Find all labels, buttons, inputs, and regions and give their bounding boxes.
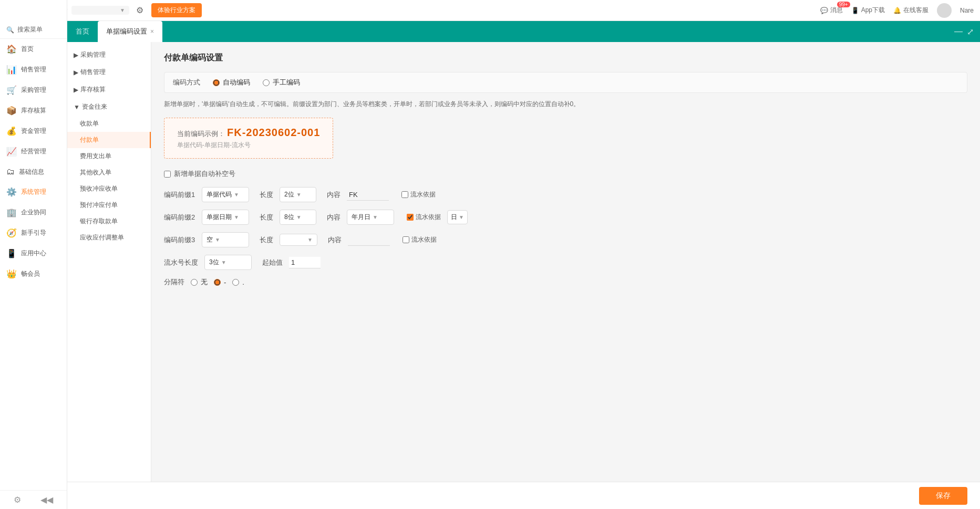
sidebar-item-home[interactable]: 🏠 首页 (0, 39, 67, 59)
stream1-row: 流水依据 (401, 190, 436, 199)
guide-icon: 🧭 (6, 228, 17, 238)
message-icon: 💬 (820, 7, 828, 14)
content3-label: 内容 (328, 235, 342, 245)
sub-group-purchase: ▶ 采购管理 (67, 46, 151, 64)
chevron-down-icon: ▼ (74, 103, 80, 111)
sub-menu-item-other-income[interactable]: 其他收入单 (67, 164, 151, 181)
system-icon: ⚙️ (6, 187, 17, 197)
sep-dot-radio[interactable] (232, 279, 239, 286)
stream1-checkbox[interactable] (401, 191, 408, 198)
gear-button[interactable]: ⚙ (132, 3, 147, 18)
sub-menu-item-advance-payment[interactable]: 预付冲应付单 (67, 197, 151, 213)
tab-close-icon[interactable]: × (150, 28, 154, 35)
message-badge: 99+ (837, 2, 850, 7)
sidebar-item-guide[interactable]: 🧭 新手引导 (0, 223, 67, 243)
sep-none-radio[interactable] (191, 279, 198, 286)
preview-box: 当前编码示例： FK-20230602-001 单据代码-单据日期-流水号 (164, 118, 333, 159)
separator-row: 分隔符 无 - . (164, 277, 967, 287)
auto-fill-checkbox[interactable] (164, 171, 171, 178)
message-button[interactable]: 💬 消息 99+ (820, 6, 843, 15)
search-bar-mini[interactable]: ▼ (71, 6, 129, 15)
length3-select[interactable]: ▼ (280, 234, 317, 246)
description-text: 新增单据时，'单据编码'自动生成，不可编辑。前缀设置为部门、业务员等档案类，开单… (164, 99, 967, 109)
sub-menu-finance-header[interactable]: ▼ 资金往来 (67, 98, 151, 116)
sidebar-footer: ⚙ ◀◀ (0, 490, 67, 509)
user-avatar[interactable] (937, 3, 952, 18)
start-value-input[interactable] (289, 257, 321, 268)
main-content: ▶ 采购管理 ▶ 销售管理 ▶ 库存核算 ▼ 资金往来 收款单 (67, 42, 980, 509)
prefix2-select[interactable]: 单据日期 ▼ (202, 210, 249, 225)
manual-code-option[interactable]: 手工编码 (263, 78, 300, 87)
sep-dash-radio[interactable] (214, 279, 221, 286)
content1-input[interactable] (347, 189, 389, 201)
user-name: Nare (960, 7, 974, 14)
encoding-mode-bar: 编码方式 自动编码 手工编码 (164, 72, 967, 93)
length2-select[interactable]: 8位 ▼ (280, 210, 316, 225)
dropdown-arrow-icon: ▼ (120, 7, 125, 13)
minimize-icon[interactable]: — (954, 27, 963, 36)
enterprise-icon: 🏢 (6, 207, 17, 217)
select2-arrow-icon: ▼ (234, 214, 239, 220)
sidebar-item-apps[interactable]: 📱 应用中心 (0, 243, 67, 264)
sep-none-option[interactable]: 无 (191, 277, 208, 287)
tab-home[interactable]: 首页 (67, 21, 98, 42)
app-download-button[interactable]: 📱 App下载 (851, 6, 885, 15)
sub-menu-item-adjustment[interactable]: 应收应付调整单 (67, 230, 151, 246)
save-button[interactable]: 保存 (919, 487, 967, 505)
sales-icon: 📊 (6, 65, 17, 75)
length1-select[interactable]: 2位 ▼ (280, 187, 316, 202)
sub-menu-purchase-header[interactable]: ▶ 采购管理 (67, 46, 151, 64)
manual-code-radio[interactable] (263, 79, 270, 86)
collapse-icon[interactable]: ◀◀ (40, 495, 53, 505)
prefix3-row: 编码前缀3 空 ▼ 长度 ▼ 内容 流水依据 (164, 232, 967, 247)
sidebar-search[interactable]: 🔍 搜索菜单 (0, 21, 67, 39)
top-bar-right: 💬 消息 99+ 📱 App下载 🔔 在线客服 Nare (820, 3, 974, 18)
auto-code-radio[interactable] (213, 79, 220, 86)
sub-menu-item-receipt[interactable]: 收款单 (67, 116, 151, 132)
maximize-icon[interactable]: ⤢ (967, 27, 974, 37)
prefix3-select[interactable]: 空 ▼ (202, 232, 249, 247)
sub-menu-item-advance-receipt[interactable]: 预收冲应收单 (67, 181, 151, 197)
sidebar-item-member[interactable]: 👑 畅会员 (0, 264, 67, 284)
sidebar-item-system[interactable]: ⚙️ 系统管理 (0, 182, 67, 202)
sidebar-item-purchase[interactable]: 🛒 采购管理 (0, 80, 67, 100)
sep-dash-option[interactable]: - (214, 278, 226, 286)
stream3-checkbox[interactable] (403, 236, 409, 243)
service-icon: 🔔 (893, 7, 901, 14)
sub-menu-item-payment[interactable]: 付款单 (67, 132, 151, 148)
stream2-checkbox[interactable] (407, 214, 414, 221)
prefix2-row: 编码前缀2 单据日期 ▼ 长度 8位 ▼ 内容 年月日 ▼ 流水依据 日 ▼ (164, 210, 967, 225)
content3-input[interactable] (348, 234, 390, 246)
chevron-right-icon3: ▶ (74, 86, 78, 94)
tab-encoding-settings[interactable]: 单据编码设置 × (98, 21, 162, 42)
content2-label: 内容 (327, 213, 341, 222)
sub-menu-sales-header[interactable]: ▶ 销售管理 (67, 64, 151, 81)
content2-select[interactable]: 年月日 ▼ (347, 210, 394, 225)
content1-label: 内容 (327, 190, 341, 200)
online-service-button[interactable]: 🔔 在线客服 (893, 6, 929, 15)
prefix1-select[interactable]: 单据代码 ▼ (202, 187, 249, 202)
chevron-right-icon2: ▶ (74, 69, 78, 76)
sub-group-inventory: ▶ 库存核算 (67, 81, 151, 98)
length2-label: 长度 (260, 213, 273, 222)
sidebar-item-inventory[interactable]: 📦 库存核算 (0, 100, 67, 121)
experience-button[interactable]: 体验行业方案 (151, 3, 202, 17)
length3-label: 长度 (260, 235, 273, 245)
sub-menu-item-expense[interactable]: 费用支出单 (67, 148, 151, 164)
sidebar-item-enterprise[interactable]: 🏢 企业协同 (0, 202, 67, 223)
sub-menu-inventory-header[interactable]: ▶ 库存核算 (67, 81, 151, 98)
search-icon: 🔍 (6, 26, 14, 34)
stream-length-select[interactable]: 3位 ▼ (204, 255, 252, 270)
sub-menu-item-bank-deposit[interactable]: 银行存取款单 (67, 213, 151, 230)
settings-footer-icon[interactable]: ⚙ (14, 495, 21, 505)
prefix3-label: 编码前缀3 (164, 235, 195, 245)
operation-icon: 📈 (6, 147, 17, 157)
sidebar-item-basic[interactable]: 🗂 基础信息 (0, 162, 67, 182)
day-select[interactable]: 日 ▼ (447, 210, 468, 224)
prefix1-label: 编码前缀1 (164, 190, 195, 200)
sidebar-item-sales[interactable]: 📊 销售管理 (0, 59, 67, 80)
sep-dot-option[interactable]: . (232, 278, 244, 286)
sidebar-item-finance[interactable]: 💰 资金管理 (0, 121, 67, 141)
auto-code-option[interactable]: 自动编码 (213, 78, 250, 87)
sidebar-item-operation[interactable]: 📈 经营管理 (0, 141, 67, 162)
